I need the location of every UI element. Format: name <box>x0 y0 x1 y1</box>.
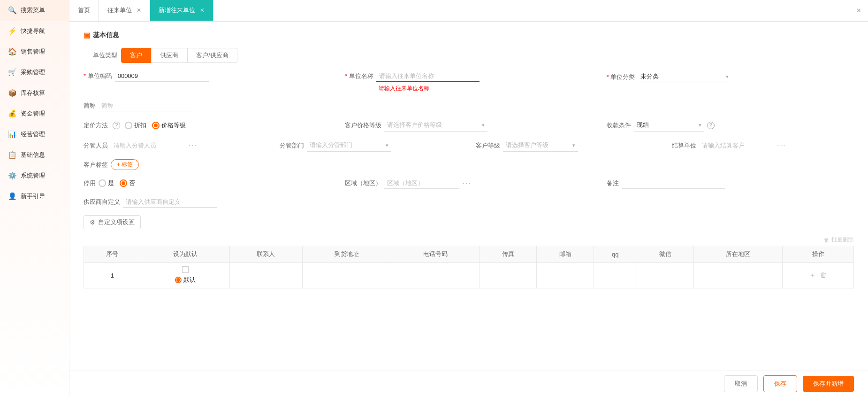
region-dots-btn[interactable]: ··· <box>462 179 471 187</box>
sidebar-item-basic-info[interactable]: 📋 基础信息 <box>0 145 69 165</box>
settings-gear-icon: ⚙ <box>90 219 95 226</box>
sidebar-item-inventory[interactable]: 📦 库存核算 <box>0 83 69 103</box>
flash-icon: ⚡ <box>8 26 17 36</box>
sidebar-item-search-menu[interactable]: 🔍 搜索菜单 <box>0 0 69 21</box>
dept-select[interactable]: 请输入分管部门 ▾ <box>307 139 391 152</box>
unit-type-both-btn[interactable]: 客户/供应商 <box>187 48 237 63</box>
payment-terms-select[interactable]: 现结 ▾ <box>634 119 704 132</box>
chevron-down-icon: ▾ <box>726 74 729 80</box>
cart-icon: 🛒 <box>8 68 17 77</box>
sidebar-item-finance[interactable]: 💰 资金管理 <box>0 103 69 124</box>
settlement-dots-btn[interactable]: ··· <box>777 141 786 150</box>
cancel-button[interactable]: 取消 <box>724 375 758 392</box>
save-button[interactable]: 保存 <box>763 375 797 392</box>
field-unit-name: 单位名称 请输入往来单位名称 <box>345 70 592 93</box>
col-email: 邮箱 <box>537 246 594 263</box>
radio-yes-label: 是 <box>108 179 114 187</box>
manager-dots-btn[interactable]: ··· <box>189 141 198 150</box>
tab-partners[interactable]: 往来单位 ✕ <box>99 0 150 21</box>
cell-default: 默认 <box>141 263 229 288</box>
dept-label: 分管部门 <box>280 141 304 150</box>
field-customer-level: 客户等级 请选择客户等级 ▾ <box>476 139 658 152</box>
radio-discount-circle <box>125 122 132 129</box>
row-add-icon[interactable]: ＋ <box>809 271 816 279</box>
short-name-label: 简称 <box>84 101 96 110</box>
gear-icon: ⚙️ <box>8 171 17 180</box>
tab-new-partner[interactable]: 新增往来单位 ✕ <box>150 0 213 21</box>
col-contact: 联系人 <box>229 246 302 263</box>
sidebar-item-purchase[interactable]: 🛒 采购管理 <box>0 62 69 83</box>
unit-name-input[interactable] <box>376 70 480 82</box>
unit-category-value: 未分类 <box>640 72 724 81</box>
radio-disable-no[interactable]: 否 <box>120 179 135 187</box>
batch-delete-label[interactable]: 批量删除 <box>831 236 854 244</box>
row-delete-icon[interactable]: 🗑 <box>820 271 827 279</box>
tab-home[interactable]: 首页 <box>69 0 99 21</box>
default-radio[interactable] <box>175 277 182 283</box>
field-pricing-method: 定价方法 ? 折扣 价格等级 <box>84 121 331 130</box>
payment-help-icon[interactable]: ? <box>707 122 715 129</box>
row-checkbox[interactable] <box>182 266 189 273</box>
tab-partners-close[interactable]: ✕ <box>137 7 141 14</box>
unit-category-select[interactable]: 未分类 ▾ <box>638 70 731 83</box>
pricing-help-icon[interactable]: ? <box>113 122 120 129</box>
manager-input[interactable] <box>111 140 186 151</box>
form-row-codes: 单位编码 单位名称 请输入往来单位名称 单位分类 未分类 ▾ <box>84 70 854 93</box>
unit-code-input[interactable] <box>115 70 209 82</box>
region-label: 区域（地区） <box>345 179 381 187</box>
sidebar-item-operations[interactable]: 📊 经营管理 <box>0 124 69 145</box>
section-title-text: 基本信息 <box>93 31 119 39</box>
cell-qq[interactable] <box>594 263 637 288</box>
col-qq: qq <box>594 246 637 263</box>
cell-email[interactable] <box>537 263 594 288</box>
unit-category-label: 单位分类 <box>607 73 635 81</box>
pricing-radio-group: 折扣 价格等级 <box>125 121 186 130</box>
sidebar-item-quick-nav[interactable]: ⚡ 快捷导航 <box>0 21 69 41</box>
field-unit-code: 单位编码 <box>84 70 331 82</box>
sidebar-item-new-guide[interactable]: 👤 新手引导 <box>0 186 69 207</box>
form-row-shortname: 简称 <box>84 100 854 111</box>
cell-address[interactable] <box>302 263 391 288</box>
short-name-input[interactable] <box>99 100 192 111</box>
content-area: ▣ 基本信息 单位类型 客户 供应商 客户/供应商 单位编码 单位名称 <box>69 22 868 396</box>
supplier-custom-label: 供应商自定义 <box>84 198 120 206</box>
region-input[interactable] <box>384 178 459 189</box>
chevron-down-icon2: ▾ <box>482 122 485 128</box>
supplier-custom-input[interactable] <box>123 196 217 208</box>
cell-contact[interactable] <box>229 263 302 288</box>
sidebar-item-label: 系统管理 <box>21 171 45 180</box>
global-close-btn[interactable]: ✕ <box>850 0 868 21</box>
cell-fax[interactable] <box>480 263 537 288</box>
money-icon: 💰 <box>8 109 17 118</box>
default-label: 默认 <box>183 276 196 284</box>
unit-type-label: 单位类型 <box>84 51 117 60</box>
batch-delete-area: 🗑 批量删除 <box>84 236 854 244</box>
box-icon: 📦 <box>8 88 17 98</box>
section-icon: ▣ <box>84 31 90 39</box>
radio-disable-yes[interactable]: 是 <box>99 179 114 187</box>
custom-settings-btn[interactable]: ⚙ 自定义项设置 <box>84 215 141 229</box>
field-settlement: 结算单位 ··· <box>672 140 854 151</box>
sidebar-item-sales[interactable]: 🏠 销售管理 <box>0 41 69 62</box>
sidebar-item-sys-mgmt[interactable]: ⚙️ 系统管理 <box>0 165 69 186</box>
form-row-disable: 停用 是 否 区域（地区） ··· 备注 <box>84 178 854 189</box>
search-icon: 🔍 <box>8 6 17 15</box>
unit-type-customer-btn[interactable]: 客户 <box>121 48 151 63</box>
cell-phone[interactable] <box>391 263 480 288</box>
settlement-input[interactable] <box>699 140 774 151</box>
unit-type-btn-group: 客户 供应商 客户/供应商 <box>121 48 237 63</box>
save-add-button[interactable]: 保存并新增 <box>803 376 854 392</box>
tab-new-partner-close[interactable]: ✕ <box>200 7 205 14</box>
radio-price-level[interactable]: 价格等级 <box>152 121 186 130</box>
customer-price-level-select[interactable]: 请选择客户价格等级 ▾ <box>384 119 487 132</box>
customer-level-select[interactable]: 请选择客户等级 ▾ <box>503 139 578 152</box>
radio-discount[interactable]: 折扣 <box>125 121 146 130</box>
cell-region[interactable] <box>694 263 783 288</box>
unit-type-supplier-btn[interactable]: 供应商 <box>151 48 187 63</box>
remarks-input[interactable] <box>622 178 725 189</box>
tab-home-label: 首页 <box>78 6 90 15</box>
cell-wechat[interactable] <box>637 263 694 288</box>
customer-price-label: 客户价格等级 <box>345 121 381 130</box>
add-tag-btn[interactable]: + 标签 <box>111 159 139 170</box>
home-icon: 🏠 <box>8 47 17 56</box>
